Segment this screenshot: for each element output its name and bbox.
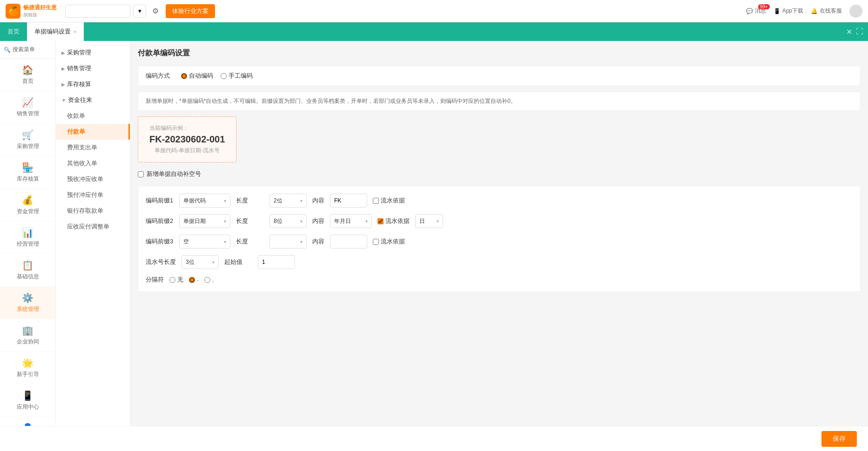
logo-main: 畅捷通好生意	[23, 4, 57, 12]
prefix2-select[interactable]: 单据日期 ▾	[179, 214, 230, 228]
left-nav-payment[interactable]: 付款单	[56, 124, 130, 140]
length1-select[interactable]: 2位 ▾	[269, 194, 307, 208]
tab-close-window-icon[interactable]: ✕	[846, 27, 852, 36]
serial1-checkbox[interactable]	[373, 198, 379, 204]
left-nav-capital-group[interactable]: ▼ 资金往来	[56, 92, 130, 108]
sidebar-item-guide[interactable]: 🌟 新手引导	[0, 352, 55, 384]
user-avatar[interactable]	[849, 5, 862, 18]
sep-dot-radio[interactable]	[204, 277, 210, 283]
sidebar-item-capital[interactable]: 💰 资金管理	[0, 189, 55, 222]
serial2-label: 流水依据	[385, 217, 410, 225]
content3-input[interactable]	[330, 235, 367, 249]
manual-encode-radio[interactable]	[221, 73, 227, 79]
left-nav-prepay-receivable[interactable]: 预收冲应收单	[56, 171, 130, 187]
serial1-checkbox-row[interactable]: 流水依据	[373, 196, 405, 205]
content-area: ▶ 采购管理 ▶ 销售管理 ▶ 库存核算 ▼ 资金往来 收款单 付款单	[56, 41, 868, 426]
sidebar-item-system[interactable]: ⚙️ 系统管理	[0, 287, 55, 319]
sep-dot-option[interactable]: .	[204, 276, 214, 283]
prefix2-arrow: ▾	[224, 219, 226, 224]
header-settings-btn[interactable]: ⚙	[149, 5, 162, 18]
enterprise-icon: 🏢	[22, 325, 34, 336]
prefix3-value: 空	[183, 238, 189, 246]
prefix2-label: 编码前缀2	[146, 217, 174, 225]
tab-close-icon[interactable]: ×	[74, 29, 76, 34]
left-nav-inventory-group[interactable]: ▶ 库存核算	[56, 76, 130, 92]
left-nav-receipt[interactable]: 收款单	[56, 108, 130, 124]
separator-row: 分隔符 无 · .	[146, 276, 853, 284]
sidebar-item-apps[interactable]: 📱 应用中心	[0, 384, 55, 417]
tab-home[interactable]: 首页	[0, 22, 27, 41]
left-nav-prepay-payment[interactable]: 预付冲应付单	[56, 187, 130, 203]
prefix3-row: 编码前缀3 空 ▾ 长度 ▾ 内容 流水依据	[146, 235, 853, 249]
prefix1-select[interactable]: 单据代码 ▾	[179, 194, 230, 208]
sidebar-search[interactable]: 🔍 搜索菜单	[0, 41, 55, 59]
serial2-checkbox[interactable]	[377, 218, 384, 224]
length3-label: 长度	[236, 237, 264, 246]
start-value-input[interactable]	[258, 255, 295, 269]
sidebar-item-home[interactable]: 🏠 首页	[0, 59, 55, 91]
sidebar-item-inventory[interactable]: 🏪 库存核算	[0, 156, 55, 189]
sep-none-radio[interactable]	[169, 277, 175, 283]
content2-select[interactable]: 年月日 ▾	[330, 214, 372, 228]
length2-arrow: ▾	[300, 219, 303, 224]
serial3-checkbox[interactable]	[373, 239, 379, 245]
sales-group-label: 销售管理	[67, 64, 91, 73]
inventory-group-arrow: ▶	[61, 82, 65, 87]
logo-text: 畅捷通好生意 旗舰版	[23, 4, 57, 18]
tab-encoding-settings[interactable]: 单据编码设置 ×	[27, 22, 84, 41]
preview-code: FK-20230602-001	[149, 134, 225, 145]
sidebar-item-sales-label: 销售管理	[17, 110, 39, 118]
sidebar-item-operations[interactable]: 📊 经营管理	[0, 222, 55, 254]
header-app-download[interactable]: 📱 App下载	[774, 7, 803, 15]
sep-none-option[interactable]: 无	[169, 276, 183, 284]
serial2-checkbox-row[interactable]: 流水依据	[377, 217, 410, 225]
serial3-checkbox-row[interactable]: 流水依据	[373, 237, 405, 246]
bottom-bar: 保存	[0, 426, 868, 451]
left-nav-other-income[interactable]: 其他收入单	[56, 155, 130, 171]
serial-length-arrow: ▾	[212, 260, 215, 265]
content1-input[interactable]	[330, 194, 367, 208]
length3-select[interactable]: ▾	[269, 235, 307, 249]
left-nav-purchase-group[interactable]: ▶ 采购管理	[56, 45, 130, 61]
search-icon: 🔍	[4, 47, 11, 53]
header-online-service[interactable]: 🔔 在线客服	[811, 7, 842, 15]
auto-encode-option[interactable]: 自动编码	[181, 72, 213, 80]
left-nav-bank-deposit[interactable]: 银行存取款单	[56, 203, 130, 219]
encoding-method-label: 编码方式	[146, 72, 170, 80]
sidebar-item-purchase[interactable]: 🛒 采购管理	[0, 124, 55, 156]
prefix3-select[interactable]: 空 ▾	[179, 235, 230, 249]
length2-label: 长度	[236, 217, 264, 225]
serial2-unit-select[interactable]: 日 ▾	[415, 214, 443, 228]
page-title: 付款单编码设置	[138, 48, 861, 58]
capital-group-label: 资金往来	[68, 96, 92, 104]
top-header: 🍊 畅捷通好生意 旗舰版 ▾ ⚙ 体验行业方案 💬 消息 99+ 📱 App下载…	[0, 0, 868, 22]
serial-length-row: 流水号长度 3位 ▾ 起始值	[146, 255, 853, 269]
sidebar-item-basic[interactable]: 📋 基础信息	[0, 254, 55, 287]
serial-length-label: 流水号长度	[146, 258, 176, 266]
auto-encode-label: 自动编码	[189, 72, 213, 80]
left-nav-expense[interactable]: 费用支出单	[56, 140, 130, 155]
sidebar-item-sales[interactable]: 📈 销售管理	[0, 91, 55, 124]
manual-encode-option[interactable]: 手工编码	[221, 72, 253, 80]
save-button[interactable]: 保存	[821, 431, 857, 447]
sep-dash-option[interactable]: ·	[189, 276, 199, 283]
length2-select[interactable]: 8位 ▾	[269, 214, 307, 228]
logo-sub: 旗舰版	[23, 12, 57, 18]
header-dropdown-btn[interactable]: ▾	[133, 5, 146, 18]
serial-length-select[interactable]: 3位 ▾	[182, 255, 219, 269]
auto-encode-radio[interactable]	[181, 73, 187, 79]
service-icon: 🔔	[811, 8, 818, 14]
sidebar-item-enterprise[interactable]: 🏢 企业协同	[0, 319, 55, 352]
online-service-label: 在线客服	[820, 7, 842, 15]
sidebar-item-member[interactable]: 👤 畅会员	[0, 417, 55, 426]
experience-btn[interactable]: 体验行业方案	[166, 4, 215, 18]
header-messages[interactable]: 💬 消息 99+	[746, 7, 766, 15]
auto-fill-checkbox[interactable]	[138, 171, 144, 177]
sep-dash-radio[interactable]	[189, 277, 195, 283]
tab-maximize-icon[interactable]: ⛶	[856, 27, 863, 36]
home-icon: 🏠	[22, 64, 34, 75]
left-nav-sales-group[interactable]: ▶ 销售管理	[56, 61, 130, 76]
header-search-input[interactable]	[65, 5, 130, 18]
purchase-group-label: 采购管理	[67, 48, 91, 57]
left-nav-ap-adjustment[interactable]: 应收应付调整单	[56, 219, 130, 235]
